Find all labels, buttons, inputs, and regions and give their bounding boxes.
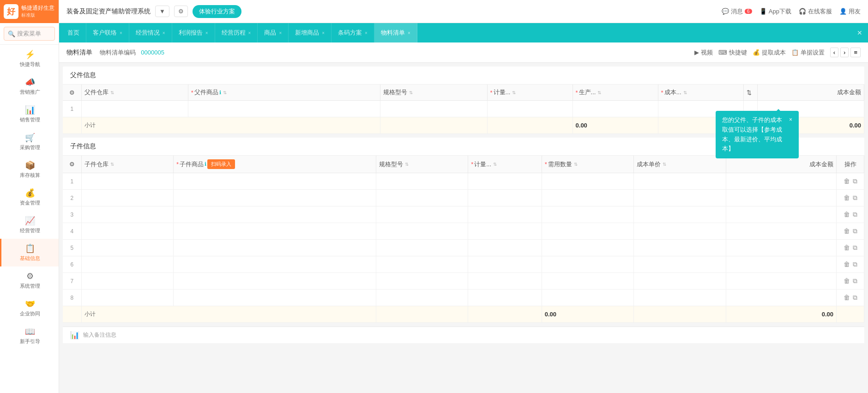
- parent-spec-cell[interactable]: [380, 101, 487, 117]
- child-qty-cell[interactable]: [468, 256, 542, 273]
- sidebar-item-guide[interactable]: 📖 新手引导: [0, 322, 59, 350]
- th-parent-production[interactable]: * 生产... ⇅: [573, 85, 658, 101]
- parent-warehouse-cell[interactable]: [81, 101, 188, 117]
- child-needed-cell[interactable]: [542, 290, 633, 306]
- close-all-icon[interactable]: ✕: [857, 29, 862, 36]
- th-child-warehouse[interactable]: 子件仓库 ⇅: [81, 156, 173, 173]
- child-qty-cell[interactable]: [468, 173, 542, 190]
- online-service-item[interactable]: 🎧 在线客服: [799, 7, 832, 16]
- child-needed-cell[interactable]: [542, 273, 633, 290]
- sidebar-item-quick-nav[interactable]: ⚡ 快捷导航: [0, 45, 59, 73]
- tab-new-product[interactable]: 新增商品 ×: [289, 23, 332, 42]
- child-qty-cell[interactable]: [468, 240, 542, 256]
- tab-close-icon[interactable]: ×: [279, 30, 282, 36]
- child-needed-cell[interactable]: [542, 190, 633, 206]
- trial-button[interactable]: 体验行业方案: [193, 5, 241, 18]
- sidebar-item-marketing[interactable]: 📣 营销推广: [0, 73, 59, 100]
- sidebar-item-sales[interactable]: 📊 销售管理: [0, 100, 59, 128]
- sidebar-item-basic-info[interactable]: 📋 基础信息: [0, 239, 59, 266]
- sidebar-item-purchase[interactable]: 🛒 采购管理: [0, 128, 59, 156]
- delete-icon[interactable]: 🗑: [844, 194, 850, 202]
- th-parent-cost[interactable]: * 成本... ⇅: [658, 85, 743, 101]
- child-unit-cost-cell[interactable]: [634, 273, 726, 290]
- child-product-cell[interactable]: [173, 206, 376, 223]
- doc-settings-action[interactable]: 📋 单据设置: [791, 48, 825, 57]
- child-product-cell[interactable]: [173, 223, 376, 240]
- child-spec-cell[interactable]: [376, 256, 468, 273]
- user-item[interactable]: 👤 用友: [839, 7, 861, 16]
- tab-close-icon[interactable]: ×: [163, 30, 165, 36]
- delete-icon[interactable]: 🗑: [844, 277, 850, 285]
- child-needed-cell[interactable]: [542, 256, 633, 273]
- th-settings[interactable]: ⚙: [63, 85, 81, 101]
- tab-business-status[interactable]: 经营情况 ×: [129, 23, 172, 42]
- th-child-needed[interactable]: * 需用数量 ⇅: [542, 156, 633, 173]
- child-spec-cell[interactable]: [376, 240, 468, 256]
- child-qty-cell[interactable]: [468, 223, 542, 240]
- sidebar-item-operation[interactable]: 📈 经营管理: [0, 211, 59, 239]
- th-parent-product[interactable]: * 父件商品 ℹ ⇅: [188, 85, 380, 101]
- tab-close-icon[interactable]: ×: [120, 30, 122, 36]
- tab-product[interactable]: 商品 ×: [258, 23, 289, 42]
- video-action[interactable]: ▶ 视频: [694, 48, 713, 57]
- page-title[interactable]: 物料清单: [66, 48, 92, 57]
- copy-icon[interactable]: ⧉: [853, 177, 857, 185]
- child-warehouse-cell[interactable]: [81, 173, 173, 190]
- delete-icon[interactable]: 🗑: [844, 244, 850, 252]
- sidebar-item-finance[interactable]: 💰 资金管理: [0, 183, 59, 211]
- tab-history[interactable]: 经营历程 ×: [215, 23, 258, 42]
- child-unit-cost-cell[interactable]: [634, 173, 726, 190]
- child-warehouse-cell[interactable]: [81, 256, 173, 273]
- child-spec-cell[interactable]: [376, 190, 468, 206]
- tab-close-icon[interactable]: ×: [205, 30, 208, 36]
- delete-icon[interactable]: 🗑: [844, 260, 850, 268]
- child-unit-cost-cell[interactable]: [634, 190, 726, 206]
- child-spec-cell[interactable]: [376, 290, 468, 306]
- view-toggle-button[interactable]: ≡: [850, 48, 861, 57]
- child-product-cell[interactable]: [173, 256, 376, 273]
- nav-next-button[interactable]: ›: [840, 48, 849, 57]
- child-qty-cell[interactable]: [468, 190, 542, 206]
- delete-icon[interactable]: 🗑: [844, 177, 850, 185]
- shortcut-action[interactable]: ⌨ 快捷键: [718, 48, 747, 57]
- copy-icon[interactable]: ⧉: [853, 194, 857, 202]
- child-warehouse-cell[interactable]: [81, 290, 173, 306]
- tab-close-icon[interactable]: ×: [322, 30, 325, 36]
- delete-icon[interactable]: 🗑: [844, 227, 850, 235]
- settings-button[interactable]: ⚙: [174, 6, 188, 17]
- copy-icon[interactable]: ⧉: [853, 260, 857, 268]
- child-needed-cell[interactable]: [542, 206, 633, 223]
- child-unit-cost-cell[interactable]: [634, 206, 726, 223]
- th-child-product[interactable]: * 子件商品 ℹ 扫码录入: [173, 156, 376, 173]
- th-child-settings[interactable]: ⚙: [63, 156, 81, 173]
- th-child-qty[interactable]: * 计量... ⇅: [468, 156, 542, 173]
- child-product-cell[interactable]: [173, 173, 376, 190]
- child-product-cell[interactable]: [173, 273, 376, 290]
- child-spec-cell[interactable]: [376, 223, 468, 240]
- dropdown-button[interactable]: ▼: [155, 6, 169, 17]
- child-product-cell[interactable]: [173, 190, 376, 206]
- sidebar-item-system[interactable]: ⚙ 系统管理: [0, 266, 59, 294]
- parent-product-cell[interactable]: [188, 101, 380, 117]
- th-child-spec[interactable]: 规格型号 ⇅: [376, 156, 468, 173]
- tab-close-icon[interactable]: ×: [248, 30, 251, 36]
- child-spec-cell[interactable]: [376, 173, 468, 190]
- tab-bom[interactable]: 物料清单 ×: [374, 23, 417, 42]
- child-unit-cost-cell[interactable]: [634, 223, 726, 240]
- nav-prev-button[interactable]: ‹: [830, 48, 838, 57]
- copy-icon[interactable]: ⧉: [853, 244, 857, 252]
- th-child-unit-cost[interactable]: 成本单价 ⇅: [634, 156, 726, 173]
- child-unit-cost-cell[interactable]: [634, 240, 726, 256]
- tab-close-icon[interactable]: ×: [408, 30, 410, 36]
- child-qty-cell[interactable]: [468, 273, 542, 290]
- sidebar-item-cooperation[interactable]: 🤝 企业协同: [0, 294, 59, 322]
- child-qty-cell[interactable]: [468, 206, 542, 223]
- child-spec-cell[interactable]: [376, 273, 468, 290]
- delete-icon[interactable]: 🗑: [844, 294, 850, 302]
- th-parent-warehouse[interactable]: 父件仓库 ⇅: [81, 85, 188, 101]
- child-product-cell[interactable]: [173, 240, 376, 256]
- tab-profit[interactable]: 利润报告 ×: [172, 23, 215, 42]
- child-warehouse-cell[interactable]: [81, 273, 173, 290]
- th-parent-qty[interactable]: * 计量... ⇅: [487, 85, 573, 101]
- child-product-cell[interactable]: [173, 290, 376, 306]
